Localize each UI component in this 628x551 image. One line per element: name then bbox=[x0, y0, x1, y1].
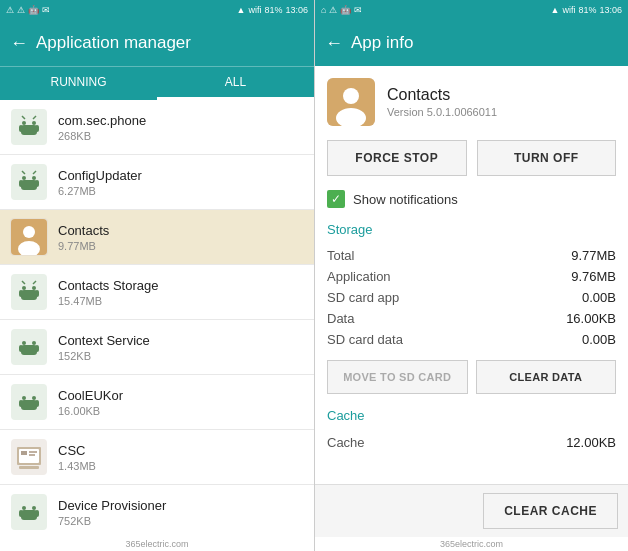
svg-rect-42 bbox=[21, 451, 27, 455]
app-detail-text: Contacts Version 5.0.1.0066011 bbox=[387, 86, 497, 118]
svg-rect-37 bbox=[19, 400, 23, 407]
wifi-icon: wifi bbox=[248, 5, 261, 15]
clear-data-button[interactable]: CLEAR DATA bbox=[476, 360, 617, 394]
back-button[interactable]: ← bbox=[10, 33, 28, 54]
signal-icon: ▲ bbox=[237, 5, 246, 15]
app-name: Contacts bbox=[58, 223, 304, 238]
storage-label: Total bbox=[327, 248, 354, 263]
svg-rect-36 bbox=[21, 400, 37, 410]
envelope-icon-r: ✉ bbox=[354, 5, 362, 15]
storage-value: 9.77MB bbox=[571, 248, 616, 263]
warn-icon-1: ⚠ bbox=[6, 5, 14, 15]
app-size: 9.77MB bbox=[58, 240, 304, 252]
svg-point-1 bbox=[22, 121, 26, 125]
storage-label: SD card data bbox=[327, 332, 403, 347]
storage-label: Application bbox=[327, 269, 391, 284]
storage-table: Total 9.77MB Application 9.76MB SD card … bbox=[327, 245, 616, 350]
app-detail-icon bbox=[327, 78, 375, 126]
svg-rect-5 bbox=[35, 125, 39, 132]
left-status-bar: ⚠ ⚠ 🤖 ✉ ▲ wifi 81% 13:06 bbox=[0, 0, 314, 20]
list-item-contacts[interactable]: Contacts 9.77MB bbox=[0, 210, 314, 265]
app-name: Context Service bbox=[58, 333, 304, 348]
back-button-right[interactable]: ← bbox=[325, 33, 343, 54]
svg-rect-44 bbox=[29, 454, 35, 456]
svg-rect-45 bbox=[19, 466, 39, 469]
app-size: 15.47MB bbox=[58, 295, 304, 307]
svg-rect-43 bbox=[29, 451, 37, 453]
notifications-label: Show notifications bbox=[353, 192, 458, 207]
storage-value: 16.00KB bbox=[566, 311, 616, 326]
svg-rect-31 bbox=[19, 345, 23, 352]
app-info-csc: CSC 1.43MB bbox=[58, 443, 304, 472]
cache-row: Cache 12.00KB bbox=[327, 431, 616, 454]
app-name: com.sec.phone bbox=[58, 113, 304, 128]
battery-pct: 81% bbox=[264, 5, 282, 15]
move-to-sd-button: MOVE TO SD CARD bbox=[327, 360, 468, 394]
android-icon-r: 🤖 bbox=[340, 5, 351, 15]
battery-pct-r: 81% bbox=[578, 5, 596, 15]
svg-rect-22 bbox=[21, 290, 37, 300]
svg-point-28 bbox=[22, 341, 26, 345]
svg-point-48 bbox=[32, 506, 36, 510]
storage-row-data: Data 16.00KB bbox=[327, 308, 616, 329]
left-top-bar: ← Application manager bbox=[0, 20, 314, 66]
tab-all[interactable]: ALL bbox=[157, 67, 314, 100]
watermark-left: 365electric.com bbox=[0, 537, 314, 551]
storage-value: 0.00B bbox=[582, 332, 616, 347]
notifications-checkbox[interactable] bbox=[327, 190, 345, 208]
app-name: Device Provisioner bbox=[58, 498, 304, 513]
show-notifications-row[interactable]: Show notifications bbox=[327, 190, 616, 208]
app-info-contacts: Contacts 9.77MB bbox=[58, 223, 304, 252]
list-item[interactable]: Context Service 152KB bbox=[0, 320, 314, 375]
envelope-icon: ✉ bbox=[42, 5, 50, 15]
left-title: Application manager bbox=[36, 33, 191, 53]
list-item[interactable]: ConfigUpdater 6.27MB bbox=[0, 155, 314, 210]
svg-rect-51 bbox=[35, 510, 39, 517]
action-buttons: FORCE STOP TURN OFF bbox=[327, 140, 616, 176]
cache-section-title: Cache bbox=[327, 408, 616, 423]
turn-off-button[interactable]: TURN OFF bbox=[477, 140, 617, 176]
time-display-r: 13:06 bbox=[599, 5, 622, 15]
force-stop-button[interactable]: FORCE STOP bbox=[327, 140, 467, 176]
svg-rect-13 bbox=[35, 180, 39, 187]
list-item[interactable]: CoolEUKor 16.00KB bbox=[0, 375, 314, 430]
svg-rect-50 bbox=[19, 510, 23, 517]
app-size: 16.00KB bbox=[58, 405, 304, 417]
svg-point-2 bbox=[32, 121, 36, 125]
svg-point-29 bbox=[32, 341, 36, 345]
app-size: 152KB bbox=[58, 350, 304, 362]
storage-label: SD card app bbox=[327, 290, 399, 305]
app-name: Contacts Storage bbox=[58, 278, 304, 293]
storage-row-sdapp: SD card app 0.00B bbox=[327, 287, 616, 308]
svg-point-9 bbox=[22, 176, 26, 180]
svg-point-34 bbox=[22, 396, 26, 400]
app-list: com.sec.phone 268KB bbox=[0, 100, 314, 537]
svg-point-47 bbox=[22, 506, 26, 510]
left-status-right: ▲ wifi 81% 13:06 bbox=[237, 5, 308, 15]
app-name: ConfigUpdater bbox=[58, 168, 304, 183]
storage-label: Data bbox=[327, 311, 354, 326]
tab-running[interactable]: RUNNING bbox=[0, 67, 157, 100]
warn-icon-2: ⚠ bbox=[17, 5, 25, 15]
svg-rect-3 bbox=[21, 125, 37, 135]
list-item[interactable]: com.sec.phone 268KB bbox=[0, 100, 314, 155]
app-info-config: ConfigUpdater 6.27MB bbox=[58, 168, 304, 197]
app-info-phone: com.sec.phone 268KB bbox=[58, 113, 304, 142]
app-info-cool: CoolEUKor 16.00KB bbox=[58, 388, 304, 417]
tabs-bar: RUNNING ALL bbox=[0, 66, 314, 100]
svg-point-10 bbox=[32, 176, 36, 180]
app-size: 1.43MB bbox=[58, 460, 304, 472]
clear-cache-button[interactable]: CLEAR CACHE bbox=[483, 493, 618, 529]
svg-rect-38 bbox=[35, 400, 39, 407]
storage-row-total: Total 9.77MB bbox=[327, 245, 616, 266]
list-item[interactable]: Device Provisioner 752KB bbox=[0, 485, 314, 537]
watermark-right: 365electric.com bbox=[315, 537, 628, 551]
svg-rect-11 bbox=[21, 180, 37, 190]
right-top-bar: ← App info bbox=[315, 20, 628, 66]
list-item[interactable]: Contacts Storage 15.47MB bbox=[0, 265, 314, 320]
app-info-header: Contacts Version 5.0.1.0066011 bbox=[327, 78, 616, 126]
app-detail-name: Contacts bbox=[387, 86, 497, 104]
app-info-device: Device Provisioner 752KB bbox=[58, 498, 304, 527]
svg-rect-4 bbox=[19, 125, 23, 132]
list-item[interactable]: CSC 1.43MB bbox=[0, 430, 314, 485]
